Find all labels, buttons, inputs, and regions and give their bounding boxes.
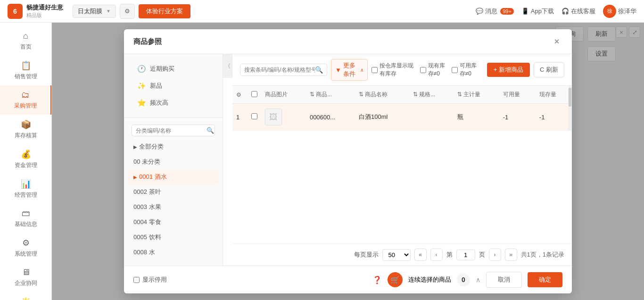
select-all-checkbox[interactable]	[251, 91, 257, 97]
sidebar-item-inventory[interactable]: 📦 库存核算	[0, 115, 51, 144]
message-icon: 💬	[476, 8, 483, 15]
modal-overlay: 商品参照 × 🕐 近期购买 ✨ 新	[52, 23, 644, 300]
warehouse-stock-check[interactable]: 按仓库显示现有库存	[372, 62, 416, 78]
headset-icon: 🎧	[561, 8, 569, 15]
last-page-button[interactable]: »	[505, 249, 517, 261]
collapse-button[interactable]: 《	[223, 54, 232, 78]
col-gear: ⚙	[232, 86, 248, 104]
sidebar-item-purchase[interactable]: 🗂 采购管理	[0, 85, 51, 115]
category-search-input[interactable]	[136, 127, 206, 134]
table-header: ⚙ 商品图片	[232, 86, 572, 104]
more-filters-button[interactable]: ▼ 更多条件 ∧	[331, 59, 368, 81]
table-body: 1 🖼 000600...	[232, 104, 572, 131]
guide-icon: 🌟	[21, 297, 31, 300]
col-name[interactable]: ⇅ 商品名称	[355, 86, 409, 104]
sidebar-item-enterprise[interactable]: 🖥 企业协同	[0, 263, 51, 292]
col-name-sort-icon: ⇅	[359, 91, 363, 98]
available-stock-checkbox[interactable]	[452, 67, 458, 73]
app-download-item[interactable]: 📱 App下载	[521, 7, 554, 16]
table-scrollbar[interactable]	[568, 86, 572, 131]
user-item[interactable]: 徐 徐泽华	[603, 5, 636, 18]
product-search-icon[interactable]: 🔍	[315, 66, 323, 74]
product-lookup-dialog: 商品参照 × 🕐 近期购买 ✨ 新	[124, 29, 572, 293]
available-stock-check[interactable]: 可用库存≠0	[452, 62, 479, 78]
show-disabled-checkbox[interactable]	[133, 277, 140, 283]
logo-icon: 6	[8, 4, 23, 19]
gear-col-icon[interactable]: ⚙	[236, 92, 241, 98]
help-icon[interactable]: ❓	[372, 275, 382, 284]
product-search-input[interactable]	[244, 67, 315, 73]
sidebar-item-sales[interactable]: 📋 销售管理	[0, 56, 51, 85]
online-service-item[interactable]: 🎧 在线客服	[561, 7, 595, 16]
current-stock-check[interactable]: 现有库存≠0	[420, 62, 448, 78]
category-item-00[interactable]: 00 未分类	[128, 154, 219, 169]
gear-icon[interactable]: ⚙	[120, 4, 135, 19]
cell-image: 🖼	[261, 104, 306, 131]
nav-right: 💬 消息 99+ 📱 App下载 🎧 在线客服 徐 徐泽华	[476, 5, 636, 18]
table-row[interactable]: 1 🖼 000600...	[232, 104, 572, 131]
sidebar-item-guide[interactable]: 🌟 新手引导	[0, 292, 51, 300]
category-item-0003[interactable]: 0003 水果	[128, 200, 219, 215]
cart-icon[interactable]: 🛒	[388, 272, 403, 287]
page-number-input[interactable]	[456, 250, 475, 260]
sidebar-item-home[interactable]: ⌂ 首页	[0, 26, 51, 56]
add-product-button[interactable]: + 新增商品	[487, 63, 530, 77]
messages-nav-item[interactable]: 💬 消息 99+	[476, 7, 514, 16]
sales-icon: 📋	[21, 60, 31, 71]
left-nav-new[interactable]: ✨ 新品	[132, 78, 215, 94]
cancel-button[interactable]: 取消	[486, 272, 522, 288]
category-item-0005[interactable]: 0005 饮料	[128, 230, 219, 245]
left-nav-recent[interactable]: 🕐 近期购买	[132, 61, 215, 77]
category-item-0004[interactable]: 0004 零食	[128, 215, 219, 230]
col-available: 可用量	[499, 86, 536, 104]
category-item-0001[interactable]: ▶ 0001 酒水	[128, 169, 219, 184]
nav-dropdown[interactable]: 日太阳膜 ▼	[73, 5, 116, 18]
row-checkbox[interactable]	[251, 113, 257, 119]
show-disabled-label[interactable]: 显示停用	[133, 275, 167, 284]
main-layout: ⌂ 首页 📋 销售管理 🗂 采购管理 📦 库存核算 💰 资金管理 📊 经营管理 …	[0, 23, 644, 300]
table-scroll[interactable]: ⚙ 商品图片	[232, 86, 572, 131]
business-icon: 📊	[21, 179, 31, 189]
next-page-button[interactable]: ›	[489, 249, 501, 261]
prev-page-button[interactable]: ‹	[430, 249, 443, 261]
cell-code: 000600...	[306, 104, 355, 131]
category-list: ▶ 全部分类 00 未分类 ▶ 0001 酒水 0002 茶	[124, 139, 223, 261]
current-stock-checkbox[interactable]	[420, 67, 426, 73]
refresh-button[interactable]: C 刷新	[534, 62, 564, 77]
per-page-label: 每页显示	[354, 250, 379, 259]
divider	[124, 117, 223, 118]
col-code[interactable]: ⇅ 商品...	[306, 86, 355, 104]
col-spec[interactable]: ⇅ 规格...	[409, 86, 454, 104]
first-page-button[interactable]: «	[414, 249, 427, 261]
left-nav-frequent[interactable]: ⭐ 频次高	[132, 95, 215, 111]
triangle-icon: ▶	[133, 144, 137, 150]
confirm-button[interactable]: 确定	[528, 272, 562, 287]
pagination-area: 每页显示 50 100 200 « ‹ 第 页 ›	[232, 243, 572, 266]
col-checkbox	[248, 86, 261, 104]
category-item-0008[interactable]: 0008 水	[128, 245, 219, 260]
logo-text: 畅捷通好生意 精品版	[26, 3, 63, 19]
finance-icon: 💰	[21, 149, 31, 159]
category-item-all[interactable]: ▶ 全部分类	[128, 139, 219, 154]
collapse-up-icon[interactable]: ∧	[476, 276, 480, 283]
category-search-icon[interactable]: 🔍	[206, 127, 214, 134]
content-area: 查询 刷新 设置 × ⤢ 商品参照 ×	[52, 23, 644, 300]
dialog-header: 商品参照 ×	[124, 29, 572, 54]
col-image: 商品图片	[261, 86, 306, 104]
category-item-0010[interactable]: 0010 家电	[128, 260, 219, 261]
sidebar-item-system[interactable]: ⚙ 系统管理	[0, 233, 51, 263]
warehouse-stock-checkbox[interactable]	[372, 67, 378, 73]
dialog-close-button[interactable]: ×	[551, 36, 562, 47]
category-item-0002[interactable]: 0002 茶叶	[128, 184, 219, 200]
messages-badge: 99+	[500, 8, 514, 15]
trial-button[interactable]: 体验行业方案	[139, 4, 190, 18]
filter-arrow-icon: ∧	[360, 67, 363, 73]
col-unit[interactable]: ⇅ 主计量	[454, 86, 499, 104]
sidebar-item-basic[interactable]: 🗃 基础信息	[0, 204, 51, 233]
per-page-select[interactable]: 50 100 200	[382, 249, 411, 261]
sidebar-item-business[interactable]: 📊 经营管理	[0, 174, 51, 204]
sidebar-item-finance[interactable]: 💰 资金管理	[0, 144, 51, 174]
home-icon: ⌂	[23, 31, 28, 41]
cell-unit: 瓶	[454, 104, 499, 131]
dialog-toolbar: 🔍 ▼ 更多条件 ∧ 按仓库显示现有库存	[232, 54, 572, 86]
